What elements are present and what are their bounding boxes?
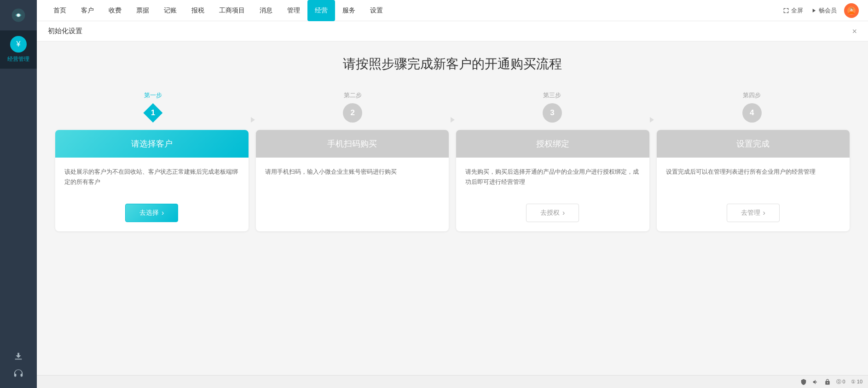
step2-label: 第二步 [344, 91, 362, 100]
svg-point-5 [852, 9, 853, 10]
shield-status [800, 379, 807, 385]
step3-circle: 3 [543, 103, 562, 123]
card-scan-purchase: 手机扫码购买 请用手机扫码，输入小微企业主账号密码进行购买 [256, 130, 449, 231]
step3-label: 第三步 [543, 91, 561, 100]
card4-body: 设置完成后可以在管理列表进行所有企业用户的经营管理 [657, 158, 850, 196]
cards-row: 请选择客户 该处展示的客户为不在回收站、客户状态正常建账后完成老板端绑定的所有客… [55, 130, 850, 231]
svg-point-1 [17, 14, 20, 17]
status-bar: ▶ 完成 ⓪ 0 ① 10 [0, 375, 868, 388]
card3-header: 授权绑定 [456, 130, 649, 158]
card1-header: 请选择客户 [55, 130, 249, 158]
top-nav-right: 全屏 畅会员 [783, 3, 859, 18]
nav-guanli[interactable]: 管理 [280, 0, 307, 21]
top-navigation: 首页 客户 收费 票据 记账 报税 工商项目 消息 管理 经营 服务 设置 全屏… [37, 0, 868, 21]
sidebar: ¥ 经营管理 [0, 0, 37, 388]
headset-icon[interactable] [13, 369, 23, 379]
member-label: 畅会员 [819, 6, 837, 15]
page-header: 初始化设置 × [37, 21, 868, 41]
step1-label: 第一步 [144, 91, 162, 100]
main-content: 初始化设置 × 请按照步骤完成新客户的开通购买流程 第一步 1 第二步 [37, 21, 868, 375]
step4-label: 第四步 [743, 91, 761, 100]
sidebar-logo [7, 5, 30, 26]
nav-shezhi[interactable]: 设置 [363, 0, 390, 21]
step1-circle: 1 [143, 103, 162, 123]
sidebar-bottom [0, 351, 37, 388]
card2-body: 请用手机扫码，输入小微企业主账号密码进行购买 [256, 158, 449, 215]
sidebar-item-label: 经营管理 [7, 55, 29, 63]
nav-jizhi[interactable]: 记账 [156, 0, 184, 21]
card3-footer: 去授权 › [456, 196, 649, 231]
card-select-customer: 请选择客户 该处展示的客户为不在回收站、客户状态正常建账后完成老板端绑定的所有客… [55, 130, 249, 231]
card-auth-bind: 授权绑定 请先购买，购买后选择开通的产品中的企业用户进行授权绑定，成功后即可进行… [456, 130, 649, 231]
yuan-icon: ¥ [10, 36, 27, 53]
go-auth-button[interactable]: 去授权 › [526, 204, 579, 222]
card4-header: 设置完成 [657, 130, 850, 158]
svg-point-4 [850, 9, 851, 10]
download-icon[interactable] [13, 351, 23, 361]
card3-body: 请先购买，购买后选择开通的产品中的企业用户进行授权绑定，成功后即可进行经营管理 [456, 158, 649, 196]
go-select-button[interactable]: 去选择 › [125, 204, 178, 222]
nav-shouye[interactable]: 首页 [46, 0, 74, 21]
lock-status [824, 379, 831, 385]
status-bar-right: ⓪ 0 ① 10 [800, 378, 862, 385]
nav-kehu[interactable]: 客户 [74, 0, 101, 21]
go-manage-button[interactable]: 去管理 › [727, 204, 780, 222]
card4-footer: 去管理 › [657, 196, 850, 231]
card1-body: 该处展示的客户为不在回收站、客户状态正常建账后完成老板端绑定的所有客户 [55, 158, 249, 196]
user-avatar[interactable] [844, 3, 859, 18]
card2-footer [256, 215, 449, 231]
step2-circle: 2 [343, 103, 362, 123]
volume-status [812, 379, 819, 385]
setup-main-title: 请按照步骤完成新客户的开通购买流程 [55, 55, 850, 73]
card1-footer: 去选择 › [55, 196, 249, 231]
nav-fuwu[interactable]: 服务 [335, 0, 363, 21]
nav-jingying[interactable]: 经营 [307, 0, 335, 21]
num-ten-status: ① 10 [851, 379, 862, 385]
member-button[interactable]: 畅会员 [810, 6, 837, 15]
close-button[interactable]: × [852, 27, 857, 35]
num-zero-status: ⓪ 0 [836, 378, 845, 385]
nav-baoshui[interactable]: 报税 [184, 0, 212, 21]
nav-piaoju[interactable]: 票据 [129, 0, 156, 21]
nav-gongshang[interactable]: 工商项目 [212, 0, 252, 21]
fullscreen-label: 全屏 [791, 6, 803, 15]
card2-header: 手机扫码购买 [256, 130, 449, 158]
nav-shoufei[interactable]: 收费 [101, 0, 129, 21]
card-setup-complete: 设置完成 设置完成后可以在管理列表进行所有企业用户的经营管理 去管理 › [657, 130, 850, 231]
nav-xiaoxi[interactable]: 消息 [252, 0, 280, 21]
fullscreen-button[interactable]: 全屏 [783, 6, 803, 15]
step4-circle: 4 [742, 103, 762, 123]
page-title: 初始化设置 [48, 27, 82, 35]
setup-page: 请按照步骤完成新客户的开通购买流程 第一步 1 第二步 2 [37, 41, 868, 245]
sidebar-item-jingying[interactable]: ¥ 经营管理 [0, 30, 37, 69]
